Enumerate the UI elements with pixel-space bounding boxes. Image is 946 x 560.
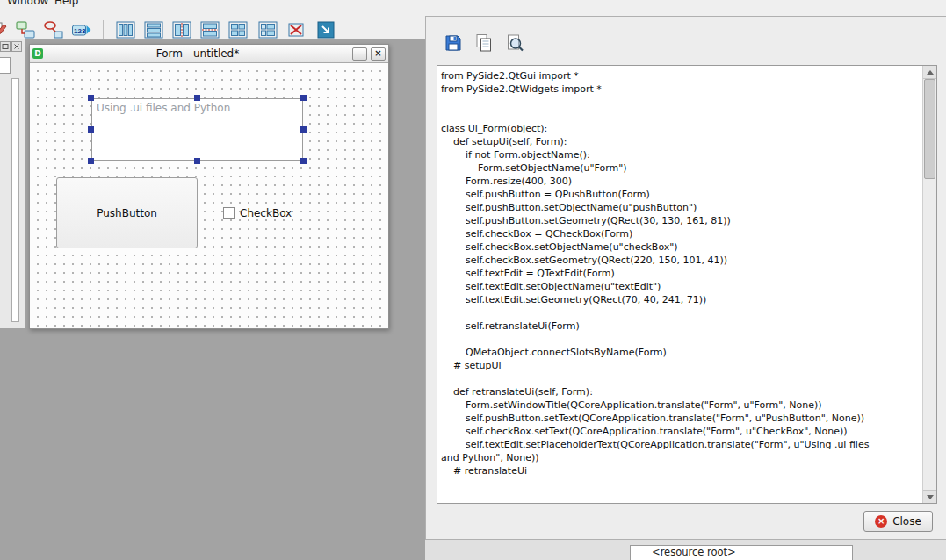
scrollbar-thumb[interactable]	[924, 79, 935, 179]
edit-tab-order-icon: 123	[71, 19, 92, 40]
tab-order-digits: 123	[74, 27, 86, 35]
edit-signals-slots-icon	[15, 19, 36, 40]
checkbox-indicator[interactable]	[223, 207, 235, 219]
vertical-scrollbar[interactable]	[922, 66, 936, 503]
code-preview-dialog: from PySide2.QtGui import * from PySide2…	[425, 16, 946, 540]
selection-handle-bottom-left[interactable]	[88, 158, 94, 164]
dock-close-button[interactable]	[11, 41, 22, 52]
save-button[interactable]	[442, 32, 465, 54]
scroll-down-button[interactable]	[923, 490, 936, 503]
arrow-up-icon	[927, 70, 934, 75]
widgetbox-panel-edge	[11, 78, 19, 322]
checkbox-label: CheckBox	[240, 207, 292, 219]
left-dock-panel	[0, 39, 25, 328]
form-window-titlebar[interactable]: D Form - untitled* - ×	[30, 45, 388, 63]
layout-vertical-splitter-button[interactable]	[199, 18, 221, 41]
adjust-size-button[interactable]	[314, 18, 337, 41]
checkbox-widget[interactable]: CheckBox	[223, 195, 312, 231]
selection-handle-middle-right[interactable]	[300, 126, 307, 133]
red-close-circle-icon: ×	[875, 515, 887, 528]
save-icon	[443, 32, 464, 54]
textedit-placeholder: Using .ui files and Python	[92, 99, 302, 117]
edit-tab-order-button[interactable]: 123	[70, 18, 93, 41]
selection-handle-middle-left[interactable]	[88, 126, 94, 133]
toolbar-separator	[103, 20, 104, 39]
break-layout-icon	[285, 19, 307, 40]
layout-vertical-button[interactable]	[142, 18, 165, 41]
arrow-down-icon	[927, 495, 934, 499]
dialog-close-button[interactable]: × Close	[863, 511, 933, 532]
find-button[interactable]	[503, 32, 526, 54]
layout-form-icon	[257, 19, 278, 40]
layout-horizontal-icon	[115, 19, 136, 40]
edit-buddies-button[interactable]	[42, 18, 65, 41]
form-window-title: Form - untitled*	[47, 47, 349, 60]
pushbutton-widget[interactable]: PushButton	[56, 177, 198, 248]
layout-horizontal-splitter-button[interactable]	[170, 18, 193, 41]
close-button-label: Close	[892, 515, 921, 528]
menu-window[interactable]: Window	[7, 0, 48, 7]
dock-float-icon	[2, 43, 9, 50]
code-dialog-toolbar	[442, 32, 526, 54]
close-x-glyph: ×	[877, 517, 885, 526]
selection-handle-top-right[interactable]	[300, 95, 307, 101]
layout-horizontal-button[interactable]	[114, 18, 137, 41]
edit-buddies-icon	[43, 19, 64, 40]
menu-help[interactable]: Help	[54, 0, 78, 7]
form-window-icon: D	[32, 48, 43, 59]
form-canvas[interactable]: Using .ui files and Python PushButton Ch…	[30, 63, 388, 328]
bottom-panel: <resource root>	[425, 540, 946, 560]
edit-widgets-icon	[0, 19, 8, 40]
find-icon	[504, 32, 525, 54]
menubar: Window Help	[0, 0, 946, 7]
selection-handle-top-middle[interactable]	[194, 95, 200, 101]
resource-browser-panel: <resource root>	[630, 545, 853, 560]
break-layout-button[interactable]	[285, 18, 307, 41]
widgetbox-filter-edge[interactable]	[0, 57, 11, 74]
dock-close-icon	[13, 43, 20, 50]
selection-handle-top-left[interactable]	[88, 95, 94, 101]
textedit-widget[interactable]: Using .ui files and Python	[91, 98, 303, 161]
form-close-button[interactable]: ×	[371, 47, 386, 61]
copy-icon	[473, 32, 495, 54]
layout-form-button[interactable]	[256, 18, 279, 41]
copy-button[interactable]	[473, 32, 495, 54]
layout-horizontal-splitter-icon	[171, 19, 192, 40]
selection-handle-bottom-middle[interactable]	[194, 158, 200, 164]
layout-grid-button[interactable]	[227, 18, 249, 41]
layout-vertical-icon	[143, 19, 164, 40]
form-designer-window: D Form - untitled* - × Using .ui files a…	[29, 44, 389, 329]
layout-vertical-splitter-icon	[199, 19, 220, 40]
layout-grid-icon	[227, 19, 249, 40]
code-text[interactable]: from PySide2.QtGui import * from PySide2…	[437, 66, 922, 503]
form-minimize-button[interactable]: -	[352, 47, 367, 61]
scroll-up-button[interactable]	[923, 66, 936, 79]
code-view[interactable]: from PySide2.QtGui import * from PySide2…	[437, 65, 937, 504]
adjust-size-icon	[315, 19, 336, 40]
selection-handle-bottom-right[interactable]	[300, 158, 307, 164]
resource-root-item[interactable]: <resource root>	[631, 546, 852, 559]
dock-float-button[interactable]	[0, 41, 11, 52]
